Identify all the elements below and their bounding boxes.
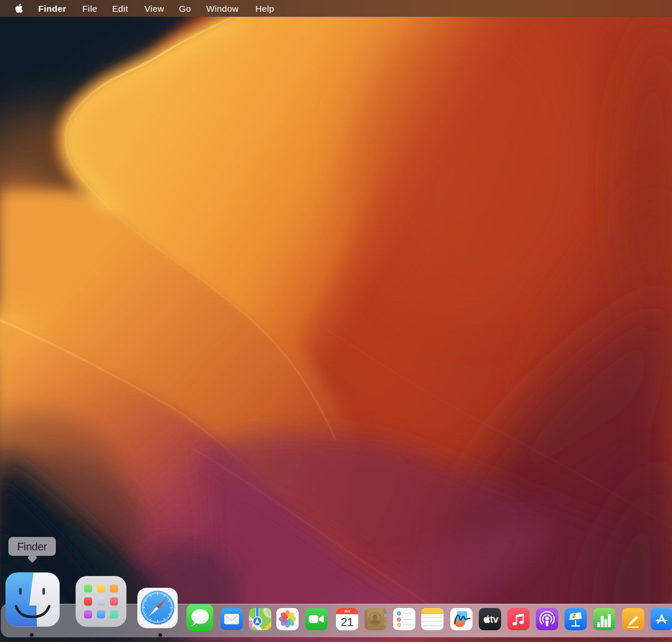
svg-text:21: 21 [341, 616, 354, 629]
svg-text:tv: tv [490, 614, 498, 625]
svg-text:JAN: JAN [344, 610, 350, 613]
